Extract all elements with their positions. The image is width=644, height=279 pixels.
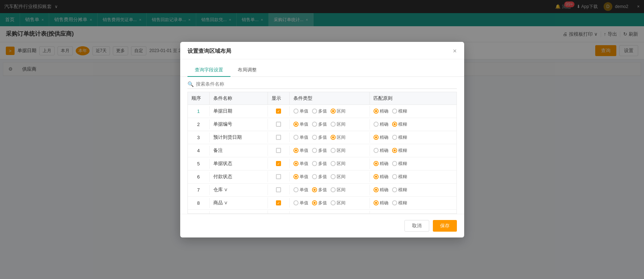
dialog-close-btn[interactable]: × [453,48,457,54]
dialog-title: 设置查询区域布局 [187,48,231,55]
dialog-tab-layout[interactable]: 布局调整 [230,64,264,77]
dialog-tabs: 查询字段设置 布局调整 [180,59,464,77]
dialog-tab-query-fields[interactable]: 查询字段设置 [187,64,230,77]
settings-dialog: 设置查询区域布局 × 查询字段设置 布局调整 🔍 顺序 条件名称 显示 条件类型 [180,42,464,79]
dialog-overlay: 设置查询区域布局 × 查询字段设置 布局调整 🔍 顺序 条件名称 显示 条件类型 [0,0,644,79]
dialog-header: 设置查询区域布局 × [180,42,464,59]
